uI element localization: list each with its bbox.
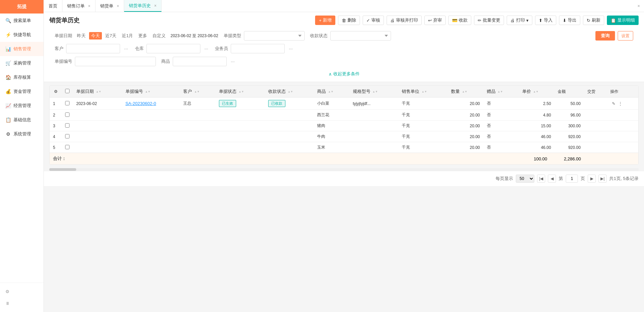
sidebar-item-ops-mgmt[interactable]: 📈 经营管理	[0, 99, 44, 113]
sort-doc-status[interactable]: ▲▼	[239, 90, 244, 93]
sort-doc-date[interactable]: ▲▼	[96, 90, 101, 93]
warehouse-dots[interactable]: ···	[203, 46, 210, 51]
page-input[interactable]	[566, 175, 578, 183]
scrollbar-thumb[interactable]	[49, 168, 76, 171]
sidebar-item-inventory[interactable]: 🏠 库存核算	[0, 70, 44, 84]
cell-doc-no-2[interactable]	[122, 121, 180, 131]
per-page-select[interactable]: 50 100 200	[516, 175, 534, 183]
gear-col-header[interactable]: ⚙	[50, 86, 62, 98]
row-checkbox-0[interactable]	[65, 101, 69, 105]
salesperson-input[interactable]	[231, 44, 285, 53]
sort-goods[interactable]: ▲▼	[328, 90, 334, 93]
edit-btn-0[interactable]: ✎	[610, 100, 617, 107]
cell-doc-no-0[interactable]: SA-20230602-0	[122, 98, 180, 110]
collapse-button[interactable]: ∧ 收起更多条件	[55, 70, 633, 78]
first-page-btn[interactable]: |◀	[537, 175, 545, 183]
collect-button[interactable]: 💳 收款	[448, 16, 471, 25]
show-detail-button[interactable]: 📋 显示明细	[607, 16, 639, 25]
table-container: ⚙ 单据日期 ▲▼ 单据编号 ▲▼ 客户 ▲▼	[49, 85, 639, 165]
warehouse-label: 仓库	[135, 46, 144, 52]
sidebar-item-search-menu[interactable]: 🔍 搜索菜单	[0, 14, 44, 28]
tab-sales-order[interactable]: 销售订单 ×	[62, 0, 95, 12]
row-checkbox-3[interactable]	[65, 134, 69, 138]
sort-customer[interactable]: ▲▼	[194, 90, 200, 93]
cell-checkbox-1[interactable]	[62, 110, 73, 121]
prev-page-btn[interactable]: ◀	[548, 175, 556, 183]
goods-dots[interactable]: ···	[229, 59, 236, 64]
checkbox-col-header[interactable]	[62, 86, 73, 98]
sidebar-item-finance-mgmt[interactable]: 💰 资金管理	[0, 84, 44, 99]
date-1month[interactable]: 近1月	[120, 32, 135, 40]
cell-checkbox-0[interactable]	[62, 98, 73, 110]
customer-dots[interactable]: ···	[123, 46, 130, 51]
tab-bar-close-all[interactable]: ×	[633, 3, 644, 8]
sidebar-item-purchase-mgmt[interactable]: 🛒 采购管理	[0, 56, 44, 70]
cell-checkbox-2[interactable]	[62, 121, 73, 131]
audit-print-button[interactable]: 🖨 审核并打印	[387, 16, 422, 25]
sort-gift[interactable]: ▲▼	[498, 90, 503, 93]
select-all-checkbox[interactable]	[65, 89, 69, 93]
cell-doc-status-3	[216, 131, 265, 142]
add-icon: +	[319, 18, 321, 23]
row-checkbox-2[interactable]	[65, 123, 69, 128]
sidebar-bottom-settings[interactable]: ⚙	[0, 286, 44, 297]
sidebar-item-basic-info[interactable]: 📋 基础信息	[0, 113, 44, 127]
sort-doc-no[interactable]: ▲▼	[145, 90, 150, 93]
last-page-btn[interactable]: ▶|	[598, 175, 607, 183]
collect-status-select[interactable]	[330, 31, 391, 41]
abandon-icon: ↩	[428, 18, 432, 23]
customer-label: 客户	[55, 46, 63, 52]
tab-sales-goods-close[interactable]: ×	[117, 4, 119, 8]
batch-change-button[interactable]: ✏ 批量变更	[474, 16, 504, 25]
goods-input[interactable]	[173, 57, 227, 66]
next-page-btn[interactable]: ▶	[588, 175, 596, 183]
add-button[interactable]: + 新增	[315, 16, 335, 25]
warehouse-input[interactable]	[146, 44, 200, 53]
refresh-button[interactable]: ↻ 刷新	[583, 16, 604, 25]
sidebar-bottom-pause[interactable]: ⏸	[0, 297, 44, 309]
cell-unit-1: 千克	[398, 110, 448, 121]
row-checkbox-1[interactable]	[65, 112, 69, 117]
date-more[interactable]: 更多	[136, 32, 149, 40]
sort-price[interactable]: ▲▼	[533, 90, 538, 93]
tab-sales-goods-history[interactable]: 销货单历史 ×	[124, 0, 162, 12]
sidebar-item-quick-nav[interactable]: ⚡ 快捷导航	[0, 28, 44, 42]
abandon-button[interactable]: ↩ 弃审	[424, 16, 446, 25]
cell-doc-no-4[interactable]	[122, 142, 180, 153]
date-custom[interactable]: 自定义	[150, 32, 168, 40]
delete-button[interactable]: 🗑 删除	[338, 16, 360, 25]
customer-input[interactable]	[66, 44, 120, 53]
doc-type-select[interactable]	[244, 31, 305, 41]
more-btn-0[interactable]: ⋮	[617, 100, 624, 107]
tab-sales-order-close[interactable]: ×	[88, 4, 90, 8]
cell-doc-no-3[interactable]	[122, 131, 180, 142]
horizontal-scrollbar[interactable]	[49, 168, 639, 171]
export-button[interactable]: ⬇ 导出	[559, 16, 580, 25]
tab-home[interactable]: 首页	[44, 0, 62, 12]
sort-qty[interactable]: ▲▼	[462, 90, 467, 93]
sales-icon: 📊	[5, 46, 11, 52]
settings-button[interactable]: 设置	[618, 31, 633, 41]
salesperson-dots[interactable]: ···	[287, 46, 294, 51]
print-button[interactable]: 🖨 打印 ▾	[507, 16, 532, 25]
sort-collect-status[interactable]: ▲▼	[288, 90, 293, 93]
cell-checkbox-3[interactable]	[62, 131, 73, 142]
date-today[interactable]: 今天	[89, 32, 102, 40]
cell-checkbox-4[interactable]	[62, 142, 73, 153]
sort-spec[interactable]: ▲▼	[372, 90, 378, 93]
sidebar-item-system-mgmt[interactable]: ⚙ 系统管理	[0, 127, 44, 141]
date-7days[interactable]: 近7天	[103, 32, 118, 40]
quick-nav-icon: ⚡	[5, 32, 11, 37]
sort-unit[interactable]: ▲▼	[422, 90, 427, 93]
export-label: 导出	[568, 17, 577, 23]
date-yesterday[interactable]: 昨天	[75, 32, 88, 40]
doc-no-input[interactable]	[75, 57, 156, 66]
sidebar-item-sales-mgmt[interactable]: 📊 销售管理	[0, 42, 44, 56]
cell-doc-no-1[interactable]	[122, 110, 180, 121]
tab-sales-goods[interactable]: 销货单 ×	[95, 0, 124, 12]
tab-sales-goods-history-close[interactable]: ×	[154, 3, 157, 8]
audit-button[interactable]: ✓ 审核	[363, 16, 384, 25]
import-button[interactable]: ⬆ 导入	[535, 16, 556, 25]
query-button[interactable]: 查询	[595, 31, 615, 41]
row-checkbox-4[interactable]	[65, 145, 69, 149]
